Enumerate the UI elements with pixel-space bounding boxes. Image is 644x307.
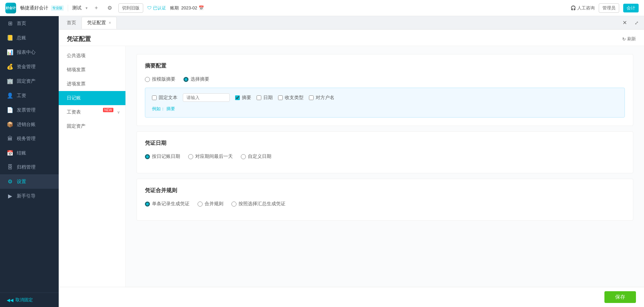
tab-bar-actions: ✕ ⤢ xyxy=(620,18,641,28)
consult-button[interactable]: 🎧 人工咨询 xyxy=(571,5,595,11)
left-nav: 公共选项 销项发票 进项发票 日记账 工资表 NEW ∨ xyxy=(59,46,126,287)
date-checkbox[interactable] xyxy=(257,95,261,100)
summary-generate-option[interactable]: 按照选择汇总生成凭证 xyxy=(231,201,285,207)
merge-rule-radio[interactable] xyxy=(198,202,203,207)
summary-options-row: 固定文本 摘要 日期 xyxy=(152,93,618,102)
last-day-option[interactable]: 对应期间最后一天 xyxy=(188,154,233,160)
window-close-button[interactable]: ✕ xyxy=(620,18,629,28)
nav-journal[interactable]: 日记账 xyxy=(59,91,125,105)
sidebar-item-settings[interactable]: ⚙ 设置 xyxy=(0,174,59,189)
sidebar-item-label: 结账 xyxy=(17,150,26,156)
verified-label: 已认证 xyxy=(153,5,166,11)
period-info: 账期 2023-02 📅 xyxy=(170,5,204,11)
save-button[interactable]: 保存 xyxy=(604,291,636,303)
sidebar-item-invoice[interactable]: 📄 发票管理 xyxy=(0,103,59,117)
sidebar-item-home[interactable]: ⊞ 首页 xyxy=(0,16,59,31)
summary-option[interactable]: 摘要 xyxy=(235,95,251,101)
sidebar-item-fixed-assets[interactable]: 🏢 固定资产 xyxy=(0,74,59,88)
sidebar-item-purchase-sale[interactable]: 📦 进销台账 xyxy=(0,117,59,132)
cancel-pin-button[interactable]: ◀◀ 取消固定 xyxy=(0,293,59,307)
journal-date-radio[interactable] xyxy=(145,154,150,159)
sidebar-item-close[interactable]: 📅 结账 xyxy=(0,146,59,160)
single-record-radio[interactable] xyxy=(145,202,150,207)
custom-date-option[interactable]: 自定义日期 xyxy=(241,154,271,160)
close-account-icon: 📅 xyxy=(7,150,13,156)
single-record-label: 单条记录生成凭证 xyxy=(152,201,190,207)
nav-public[interactable]: 公共选项 xyxy=(59,49,125,63)
nav-sales-invoice[interactable]: 销项发票 xyxy=(59,63,125,77)
nav-purchase-invoice[interactable]: 进项发票 xyxy=(59,77,125,91)
single-record-option[interactable]: 单条记录生成凭证 xyxy=(145,201,190,207)
sidebar-item-archive[interactable]: 🗄 归档管理 xyxy=(0,160,59,174)
journal-date-option[interactable]: 按日记账日期 xyxy=(145,154,180,160)
income-type-checkbox[interactable] xyxy=(278,95,283,100)
company-info: 畅捷通好会计 专业版 xyxy=(20,5,64,11)
sidebar-item-reports[interactable]: 📊 报表中心 xyxy=(0,45,59,59)
page-title: 凭证配置 xyxy=(67,35,91,43)
template-summary-option[interactable]: 按模版摘要 xyxy=(145,76,175,82)
fixed-text-option[interactable]: 固定文本 xyxy=(152,95,177,101)
select-summary-label: 选择摘要 xyxy=(191,76,209,82)
template-summary-radio[interactable] xyxy=(145,77,150,82)
sidebar-item-label: 税务管理 xyxy=(17,136,36,142)
tab-home[interactable]: 首页 xyxy=(61,17,82,29)
app-logo: 好会计 xyxy=(5,3,16,13)
content-area: 首页 凭证配置 × ✕ ⤢ 凭证配置 ↻ 刷新 xyxy=(59,16,644,307)
accountant-button[interactable]: 会计 xyxy=(623,4,639,12)
nav-sales-invoice-label: 销项发票 xyxy=(67,67,86,72)
date-option[interactable]: 日期 xyxy=(257,95,273,101)
journal-date-label: 按日记账日期 xyxy=(152,154,180,160)
sidebar-item-tax[interactable]: 🏛 税务管理 xyxy=(0,132,59,146)
income-type-label: 收支类型 xyxy=(285,95,304,101)
merge-rule-option[interactable]: 合并规则 xyxy=(198,201,223,207)
expand-arrow-icon: ∨ xyxy=(117,110,120,115)
separator xyxy=(68,5,68,11)
tab-close-icon[interactable]: × xyxy=(109,20,111,25)
old-version-button[interactable]: 切到旧版 xyxy=(118,3,143,13)
summary-sub-box: 固定文本 摘要 日期 xyxy=(145,88,625,118)
project-name: 测试 xyxy=(72,5,82,11)
sidebar-item-label: 总账 xyxy=(17,35,26,41)
topbar-right: 🎧 人工咨询 管理员 会计 xyxy=(571,3,639,13)
settings-icon[interactable]: ⚙ xyxy=(105,3,114,13)
template-summary-label: 按模版摘要 xyxy=(152,76,175,82)
page-content: 凭证配置 ↻ 刷新 公共选项 销项发票 进项发票 xyxy=(59,30,644,307)
sidebar-item-capital[interactable]: 💰 资金管理 xyxy=(0,59,59,74)
fixed-text-input[interactable] xyxy=(183,93,230,102)
counterpart-option[interactable]: 对方户名 xyxy=(309,95,334,101)
page-footer: 保存 xyxy=(59,287,644,307)
sidebar-item-guide[interactable]: ▶ 新手引导 xyxy=(0,189,59,203)
example-text: 例如： 摘要 xyxy=(152,106,618,112)
custom-date-radio[interactable] xyxy=(241,154,246,159)
headset-icon: 🎧 xyxy=(571,5,576,10)
select-summary-option[interactable]: 选择摘要 xyxy=(183,76,209,82)
nav-fixed-assets[interactable]: 固定资产 xyxy=(59,119,125,133)
user-button[interactable]: 管理员 xyxy=(599,3,619,13)
add-button[interactable]: ＋ xyxy=(92,3,101,13)
summary-label: 摘要 xyxy=(242,95,251,101)
counterpart-checkbox[interactable] xyxy=(309,95,314,100)
sidebar-item-label: 发票管理 xyxy=(17,107,36,113)
tab-voucher-config[interactable]: 凭证配置 × xyxy=(82,17,117,29)
sidebar: ⊞ 首页 📒 总账 📊 报表中心 💰 资金管理 🏢 固定资产 👤 工资 📄 发票… xyxy=(0,16,59,307)
summary-generate-radio[interactable] xyxy=(231,202,236,207)
merge-section: 凭证合并规则 单条记录生成凭证 合并规则 xyxy=(137,179,633,221)
sidebar-item-ledger[interactable]: 📒 总账 xyxy=(0,31,59,45)
fixed-text-checkbox[interactable] xyxy=(152,95,157,100)
sidebar-item-label: 报表中心 xyxy=(17,49,36,55)
ledger-icon: 📒 xyxy=(7,35,13,41)
sidebar-item-salary[interactable]: 👤 工资 xyxy=(0,88,59,103)
refresh-icon: ↻ xyxy=(622,37,626,42)
income-type-option[interactable]: 收支类型 xyxy=(278,95,304,101)
example-prefix: 例如： xyxy=(152,106,165,111)
project-dropdown-icon[interactable]: ▾ xyxy=(86,6,88,10)
select-summary-radio[interactable] xyxy=(183,77,189,82)
tab-voucher-label: 凭证配置 xyxy=(87,20,106,26)
last-day-radio[interactable] xyxy=(188,154,193,159)
nav-salary-table[interactable]: 工资表 NEW ∨ xyxy=(59,105,125,119)
last-day-label: 对应期间最后一天 xyxy=(195,154,233,160)
refresh-button[interactable]: ↻ 刷新 xyxy=(622,36,636,42)
summary-generate-label: 按照选择汇总生成凭证 xyxy=(238,201,285,207)
summary-checkbox[interactable] xyxy=(235,95,240,100)
window-expand-button[interactable]: ⤢ xyxy=(632,18,641,28)
